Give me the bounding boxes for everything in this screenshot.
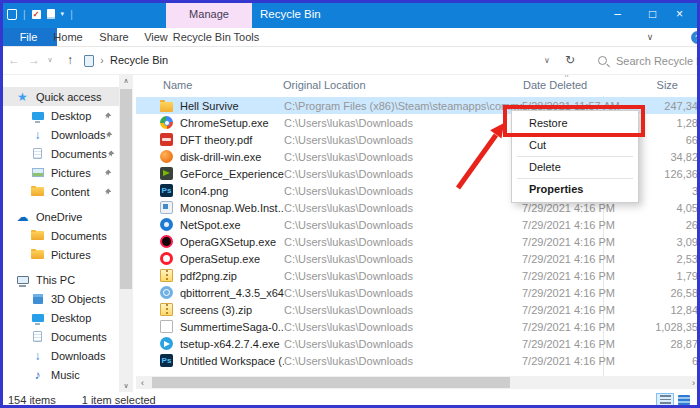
column-header-date-deleted[interactable]: Date Deleted [523,79,587,91]
expand-ribbon-chevron-icon[interactable]: ∨ [640,28,660,46]
sidebar-item-documents[interactable]: Documents [0,226,119,245]
forward-icon[interactable]: → [26,46,42,74]
file-loc: C:\Users\lukas\Downloads [284,338,522,350]
file-size: 28,87 [634,338,700,350]
selection-count: 1 item selected [82,394,156,406]
manage-contextual-tab[interactable]: Manage [166,0,252,28]
tab-home[interactable]: Home [48,28,88,46]
recent-locations-chevron-icon[interactable]: ∨ [44,46,56,74]
sidebar-section-onedrive[interactable]: ☁OneDrive [0,207,119,226]
sidebar-section-this-pc[interactable]: This PC [0,270,119,289]
file-loc: C:\Users\lukas\Downloads [284,185,522,197]
file-row[interactable]: OperaSetup.exeC:\Users\lukas\Downloads7/… [136,250,700,267]
recycle-bin-location-icon [84,55,94,67]
file-size: 1,79 [634,270,700,282]
file-size: 4,05 [634,202,700,214]
sidebar-item-downloads[interactable]: ↓Downloads [0,346,119,365]
file-size: 3 [634,185,700,197]
new-folder-shortcut-icon[interactable] [47,9,55,19]
breadcrumb[interactable]: Recycle Bin [110,46,168,74]
file-loc: C:\Users\lukas\Downloads [284,134,522,146]
file-date: 7/29/2021 4:16 PM [522,236,634,248]
file-row[interactable]: screens (3).zipC:\Users\lukas\Downloads7… [136,301,700,318]
file-loc: C:\Program Files (x86)\Steam\steamapps\c… [284,100,522,112]
file-name: qbittorrent_4.3.5_x64... [180,287,284,299]
sidebar-item-content[interactable]: Content [0,182,119,201]
sidebar-item-3d-objects[interactable]: 3D Objects [0,289,119,308]
back-icon[interactable]: ← [6,46,22,74]
refresh-icon[interactable]: ↻ [562,46,578,74]
pin-icon [104,188,112,196]
thumbnails-view-button[interactable] [675,393,693,406]
scroll-left-icon[interactable]: ‹ [136,376,149,389]
doc-icon [30,147,45,161]
scroll-up-icon[interactable]: ∧ [119,74,133,87]
up-icon[interactable]: ↑ [62,46,78,74]
sidebar-item-label: Pictures [51,167,91,179]
sidebar-item-documents[interactable]: Documents [0,327,119,346]
column-header-original-location[interactable]: Original Location [283,79,366,91]
file-row[interactable]: OperaGXSetup.exeC:\Users\lukas\Downloads… [136,233,700,250]
file-loc: C:\Users\lukas\Downloads [284,321,522,333]
sidebar-section-quick-access[interactable]: ★Quick access [0,87,119,106]
tab-share[interactable]: Share [94,28,134,46]
sidebar-item-desktop[interactable]: Desktop [0,308,119,327]
file-size: 34,82 [634,151,700,163]
window-controls: – □ × [600,0,700,28]
file-row[interactable]: pdf2png.zipC:\Users\lukas\Downloads7/29/… [136,267,700,284]
tab-view[interactable]: View [138,28,174,46]
sidebar-item-pictures[interactable]: Pictures [0,245,119,264]
operagx-file-icon [160,235,173,248]
sidebar-scrollbar[interactable]: ∧ ∨ [119,74,133,392]
file-row[interactable]: tsetup-x64.2.7.4.exeC:\Users\lukas\Downl… [136,335,700,352]
menu-item-cut[interactable]: Cut [512,135,638,156]
sidebar-item-music[interactable]: ♪Music [0,365,119,384]
sidebar-item-pictures[interactable]: Pictures [0,163,119,182]
list-horizontal-scrollbar[interactable]: ‹ › [136,376,700,389]
search-input[interactable] [614,50,700,72]
app-recycle-bin-icon [7,9,17,20]
close-button[interactable]: × [670,0,700,28]
qbit-file-icon [160,286,173,299]
sidebar-scrollbar-thumb[interactable] [120,89,132,289]
file-date: 7/29/2021 4:16 PM [522,270,634,282]
desktop-icon [30,311,45,325]
file-loc: C:\Users\lukas\Downloads [284,253,522,265]
scroll-down-icon[interactable]: ∨ [119,379,133,392]
column-headers: Name Original Location Date Deleted ∧ Si… [136,74,700,97]
sidebar-item-desktop[interactable]: Desktop [0,106,119,125]
list-scrollbar-thumb[interactable] [152,377,510,388]
menu-item-properties[interactable]: Properties [512,179,638,200]
tab-recycle-bin-tools[interactable]: Recycle Bin Tools [172,28,260,46]
minimize-button[interactable]: – [600,0,635,28]
file-size: 6 [634,355,700,367]
address-dropdown-icon[interactable]: ∨ [540,46,554,74]
sidebar-item-label: Downloads [51,350,105,362]
sidebar-item-documents[interactable]: Documents [0,144,119,163]
down-icon: ↓ [30,128,45,142]
file-row[interactable]: qbittorrent_4.3.5_x64...C:\Users\lukas\D… [136,284,700,301]
pin-icon [105,131,113,139]
sidebar-section-label: This PC [36,274,75,286]
file-name: DFT theory.pdf [180,134,284,146]
pdf-file-icon [160,133,173,146]
sidebar-item-downloads[interactable]: ↓Downloads [0,125,119,144]
details-view-button[interactable] [656,393,674,406]
maximize-button[interactable]: □ [635,0,670,28]
column-header-name[interactable]: Name [163,79,192,91]
file-row[interactable]: Untitled Workspace (...C:\Users\lukas\Do… [136,352,700,369]
file-row[interactable]: SummertimeSaga-0...C:\Users\lukas\Downlo… [136,318,700,335]
file-row[interactable]: NetSpot.exeC:\Users\lukas\Downloads7/29/… [136,216,700,233]
star-icon: ★ [15,90,30,104]
sidebar-item-label: 3D Objects [51,293,105,305]
folder-file-icon [160,102,173,112]
column-header-size[interactable]: Size [657,79,678,91]
search-icon [598,56,607,65]
scroll-right-icon[interactable]: › [687,376,700,389]
file-name: SummertimeSaga-0... [180,321,284,333]
properties-shortcut-icon[interactable]: ✓ [32,10,41,19]
menu-item-delete[interactable]: Delete [512,157,638,178]
help-icon[interactable]: ? [691,31,700,44]
customize-toolbar-chevron-icon[interactable]: ▾ [61,10,65,18]
opera-file-icon [160,252,173,265]
